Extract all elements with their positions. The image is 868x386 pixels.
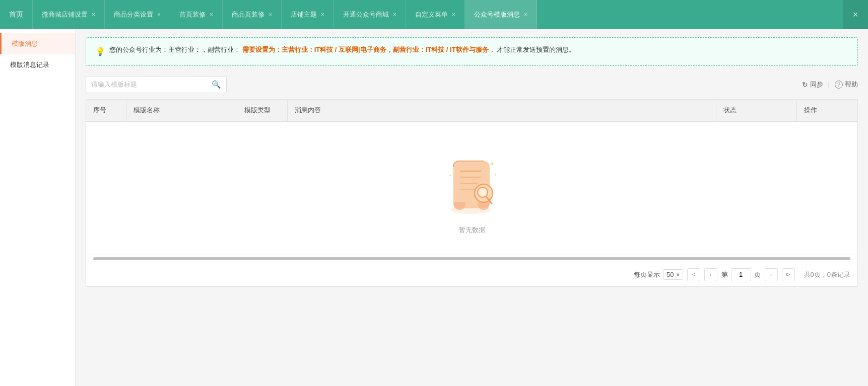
page-label-prefix: 第 bbox=[721, 270, 728, 279]
page-size-dropdown[interactable]: 50 ∨ bbox=[663, 269, 683, 280]
close-icon-template-msg[interactable]: × bbox=[524, 11, 527, 18]
close-icon-home-deco[interactable]: × bbox=[210, 11, 213, 18]
empty-illustration: ✦ ✦ ✦ bbox=[439, 152, 505, 217]
col-header-status: 状态 bbox=[716, 100, 797, 121]
nav-tab-product-category[interactable]: 商品分类设置 × bbox=[105, 0, 170, 29]
svg-point-6 bbox=[478, 187, 488, 197]
close-all-button[interactable]: × bbox=[843, 0, 868, 29]
page-input-wrap: 第 页 bbox=[721, 268, 761, 281]
nav-tab-template-msg-label: 公众号模版消息 bbox=[474, 10, 520, 19]
close-icon-shop-theme[interactable]: × bbox=[321, 11, 324, 18]
col-header-action: 操作 bbox=[797, 100, 857, 121]
page-size-value: 50 bbox=[666, 271, 674, 278]
sidebar-item-template-message[interactable]: 模版消息 bbox=[0, 33, 75, 54]
sync-icon: ↻ bbox=[802, 81, 808, 89]
nav-tab-wechat-shop[interactable]: 微商城店铺设置 × bbox=[33, 0, 105, 29]
close-all-icon: × bbox=[853, 10, 858, 20]
sync-label: 同步 bbox=[810, 80, 823, 89]
next-page-button[interactable]: › bbox=[765, 268, 778, 281]
nav-tab-home-deco[interactable]: 首页装修 × bbox=[170, 0, 223, 29]
table-header: 序号 模版名称 模版类型 消息内容 状态 操作 bbox=[86, 100, 857, 122]
scrollbar-thumb bbox=[93, 257, 850, 260]
empty-text: 暂无数据 bbox=[459, 225, 485, 235]
close-icon-wechat-shop[interactable]: × bbox=[92, 11, 95, 18]
svg-text:✦: ✦ bbox=[490, 161, 495, 168]
search-input[interactable] bbox=[91, 81, 212, 88]
close-icon-product-deco[interactable]: × bbox=[269, 11, 272, 18]
nav-tab-product-deco[interactable]: 商品页装修 × bbox=[223, 0, 282, 29]
nav-tab-custom-menu-label: 自定义菜单 bbox=[415, 10, 448, 19]
first-page-button[interactable]: ⊲ bbox=[687, 268, 700, 281]
nav-tab-shop-theme[interactable]: 店铺主题 × bbox=[282, 0, 334, 29]
main-layout: 模版消息 模版消息记录 💡 您的公众号行业为：主营行业：，副营行业： 需要设置为… bbox=[0, 29, 868, 386]
divider: | bbox=[828, 81, 830, 88]
help-button[interactable]: ? 帮助 bbox=[835, 80, 858, 89]
nav-tab-home-label: 首页 bbox=[9, 10, 23, 19]
page-size-label: 每页显示 bbox=[634, 270, 660, 279]
nav-tab-custom-menu[interactable]: 自定义菜单 × bbox=[406, 0, 465, 29]
sidebar: 模版消息 模版消息记录 bbox=[0, 29, 76, 386]
col-header-seq: 序号 bbox=[86, 100, 126, 121]
data-table: 序号 模版名称 模版类型 消息内容 状态 操作 bbox=[86, 99, 858, 287]
scrollbar-track bbox=[93, 257, 850, 260]
sidebar-item-template-message-label: 模版消息 bbox=[12, 40, 38, 47]
col-header-type: 模版类型 bbox=[237, 100, 288, 121]
col-header-content: 消息内容 bbox=[288, 100, 716, 121]
search-row: 🔍 ↻ 同步 | ? 帮助 bbox=[86, 76, 858, 93]
search-icon[interactable]: 🔍 bbox=[212, 80, 221, 89]
notice-suffix: 才能正常发送预置的消息。 bbox=[497, 46, 575, 53]
page-size-select: 每页显示 50 ∨ bbox=[634, 269, 683, 280]
sidebar-item-template-record-label: 模版消息记录 bbox=[10, 61, 49, 68]
nav-tab-open-shop-label: 开通公众号商城 bbox=[343, 10, 389, 19]
nav-tab-product-category-label: 商品分类设置 bbox=[114, 10, 153, 19]
help-label: 帮助 bbox=[845, 80, 858, 89]
total-info: 共0页，0条记录 bbox=[804, 270, 850, 279]
close-icon-open-shop[interactable]: × bbox=[393, 11, 396, 18]
page-label-suffix: 页 bbox=[754, 270, 761, 279]
page-number-input[interactable] bbox=[731, 268, 751, 281]
sidebar-item-template-record[interactable]: 模版消息记录 bbox=[0, 54, 75, 75]
help-icon: ? bbox=[835, 81, 843, 89]
horizontal-scrollbar[interactable] bbox=[86, 255, 857, 263]
nav-tab-shop-theme-label: 店铺主题 bbox=[291, 10, 317, 19]
nav-tab-home-deco-label: 首页装修 bbox=[179, 10, 206, 19]
nav-tab-product-deco-label: 商品页装修 bbox=[232, 10, 264, 19]
notice-box: 💡 您的公众号行业为：主营行业：，副营行业： 需要设置为：主营行业：IT科技 /… bbox=[86, 37, 858, 66]
col-header-name: 模版名称 bbox=[126, 100, 237, 121]
search-input-wrap: 🔍 bbox=[86, 76, 227, 93]
notice-highlight: 需要设置为：主营行业：IT科技 / 互联网|电子商务，副营行业：IT科技 / I… bbox=[242, 46, 495, 53]
close-icon-product-category[interactable]: × bbox=[157, 11, 161, 18]
top-nav: 首页 微商城店铺设置 × 商品分类设置 × 首页装修 × 商品页装修 × 店铺主… bbox=[0, 0, 868, 29]
content-area: 💡 您的公众号行业为：主营行业：，副营行业： 需要设置为：主营行业：IT科技 /… bbox=[76, 29, 868, 386]
svg-text:✦: ✦ bbox=[494, 173, 497, 177]
close-icon-custom-menu[interactable]: × bbox=[452, 11, 455, 18]
prev-page-button[interactable]: ‹ bbox=[704, 268, 717, 281]
empty-state: ✦ ✦ ✦ 暂无数据 bbox=[86, 122, 857, 255]
sync-button[interactable]: ↻ 同步 bbox=[802, 80, 823, 89]
notice-lightbulb-icon: 💡 bbox=[95, 45, 105, 58]
chevron-down-icon: ∨ bbox=[676, 272, 680, 277]
svg-text:✦: ✦ bbox=[448, 173, 452, 178]
notice-text: 您的公众号行业为：主营行业：，副营行业： 需要设置为：主营行业：IT科技 / 互… bbox=[109, 45, 848, 55]
search-actions: ↻ 同步 | ? 帮助 bbox=[802, 80, 858, 89]
pagination-row: 每页显示 50 ∨ ⊲ ‹ 第 页 › ⊳ 共0页，0条记录 bbox=[86, 263, 857, 286]
nav-tab-wechat-shop-label: 微商城店铺设置 bbox=[42, 10, 88, 19]
nav-tab-home[interactable]: 首页 bbox=[0, 0, 33, 29]
notice-prefix: 您的公众号行业为：主营行业：，副营行业： bbox=[109, 46, 240, 53]
nav-tab-template-msg[interactable]: 公众号模版消息 × bbox=[465, 0, 537, 29]
last-page-button[interactable]: ⊳ bbox=[782, 268, 795, 281]
nav-tab-open-shop[interactable]: 开通公众号商城 × bbox=[334, 0, 406, 29]
